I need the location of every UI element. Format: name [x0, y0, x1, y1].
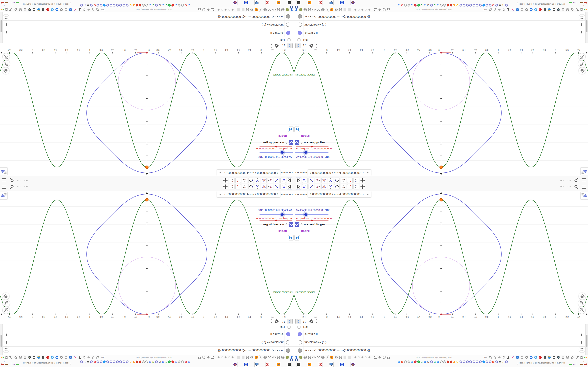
ghost-icon[interactable] [237, 8, 241, 12]
play-step-button[interactable] [294, 126, 300, 132]
collapse-button[interactable]: − [297, 325, 301, 329]
zoom-in-button[interactable] [578, 300, 585, 307]
shield-gray-icon[interactable] [24, 8, 26, 11]
firefox-tile[interactable] [276, 0, 281, 5]
reader-blue-icon[interactable]: A [516, 8, 519, 11]
favicon-W[interactable]: W [427, 4, 430, 7]
star-icon[interactable] [92, 356, 95, 359]
oval-icon[interactable] [520, 8, 524, 11]
favicon-ring[interactable] [485, 4, 488, 7]
wrench-icon[interactable] [259, 355, 263, 359]
tool-ellipse-tool[interactable] [248, 178, 254, 183]
favicon-ring[interactable] [473, 360, 475, 363]
search-icon[interactable] [574, 184, 579, 190]
arc-length-slider[interactable] [259, 152, 293, 153]
dropdown-caret-icon[interactable] [366, 172, 369, 173]
lock-icon[interactable] [387, 8, 390, 11]
globe-icon[interactable] [321, 8, 325, 12]
arrow-right-icon[interactable] [87, 8, 90, 11]
favicon-ring[interactable] [155, 360, 158, 363]
trash-icon[interactable] [42, 356, 45, 359]
favicon-ring[interactable] [466, 360, 469, 363]
visibility-marble[interactable] [286, 31, 290, 35]
algebra-row[interactable]: funcs = {1.000000000000 + cos(4.00000000… [294, 347, 588, 355]
redo-icon[interactable] [17, 177, 22, 183]
favicon-ring[interactable] [495, 360, 498, 363]
function-input-dropdown[interactable]: 1.000000000000 + cos(4.000000000000 x) [217, 170, 280, 176]
address-url[interactable]: https://www.geogebra.org/classic/aagcxh3… [136, 8, 172, 11]
ghost-icon[interactable] [343, 355, 347, 359]
star-icon[interactable] [493, 356, 496, 359]
ghost-icon[interactable] [347, 355, 351, 359]
fullscreen-button[interactable] [579, 14, 585, 20]
scrollbar-thumb[interactable] [586, 20, 588, 32]
function-input-dropdown[interactable]: 1.000000000000 + cos(4.000000000000 x) [308, 170, 371, 176]
favicon-G[interactable]: G [437, 360, 440, 363]
visibility-marble[interactable] [298, 349, 302, 353]
fx-button[interactable]: fx [280, 43, 286, 48]
chat-purple-tile[interactable]: @ [233, 362, 237, 367]
gauge-icon[interactable] [268, 8, 272, 12]
favicon-info[interactable]: i [142, 360, 145, 363]
gauge-icon[interactable] [312, 8, 316, 12]
favicon-G[interactable]: G [184, 4, 187, 7]
favicon-G[interactable]: G [437, 4, 440, 7]
favicon-blue[interactable] [482, 360, 485, 363]
favicon-f[interactable]: f [84, 4, 86, 7]
graphics-view[interactable]: -2.4-2.2-2-1.8-1.6-1.4-1.2-1-0.8-0.6-0.4… [294, 49, 588, 176]
translate-icon[interactable]: A文 [96, 356, 99, 359]
favicon-G[interactable]: G [420, 4, 423, 7]
tool-circle-tool[interactable] [328, 178, 333, 183]
arc-position-slider-knob[interactable] [311, 146, 313, 148]
dot-ringed-icon[interactable] [232, 8, 234, 11]
visibility-marble[interactable] [298, 23, 302, 27]
globe-color-icon[interactable] [548, 8, 551, 11]
tool-polygon-tool[interactable] [261, 184, 267, 189]
tool-point-tool[interactable]: A [302, 184, 308, 189]
globe-color-icon[interactable] [37, 356, 40, 359]
tool-reflect-tool[interactable] [347, 178, 353, 183]
floppy-tile[interactable]: 64 [244, 0, 248, 5]
monitor-tile[interactable] [254, 0, 259, 5]
zoom-out-button[interactable] [578, 307, 585, 314]
tool-slider-tool[interactable]: a = 2 [354, 178, 359, 183]
algebra-row[interactable]: funcs = {1.000000000000 + cos(4.00000000… [0, 347, 294, 355]
tool-line-tool[interactable] [274, 184, 279, 189]
terminal-tile[interactable]: >_ [296, 0, 301, 5]
tool-slider-tool[interactable]: a = 2 [354, 184, 359, 189]
tool-line-tool[interactable] [309, 178, 314, 183]
favicon-dot-red[interactable] [139, 360, 142, 363]
floppy-tile[interactable]: 64 [340, 0, 344, 5]
favicon-info[interactable]: i [443, 360, 446, 363]
download-icon[interactable] [78, 356, 81, 359]
globe-icon[interactable] [321, 355, 325, 359]
favicon-ya[interactable]: R [171, 4, 174, 7]
favicon-G[interactable]: G [456, 360, 459, 363]
firefox-icon[interactable] [330, 355, 334, 359]
wrench-icon[interactable] [325, 355, 329, 359]
favicon-ya[interactable]: R [414, 4, 417, 7]
home-button[interactable] [579, 293, 586, 300]
favicon-G[interactable]: G [401, 360, 404, 363]
favicon-info[interactable]: i [142, 4, 145, 7]
terminal-tile[interactable]: >_ [296, 362, 301, 367]
stylebar-kebab-icon[interactable] [270, 319, 273, 323]
floppy-tile[interactable]: 64 [340, 362, 344, 367]
globe-color-icon[interactable] [37, 8, 40, 11]
stylebar-kebab-icon[interactable] [270, 44, 273, 48]
favicon-G[interactable]: G [492, 4, 495, 7]
tool-polygon-tool[interactable] [261, 178, 267, 183]
favicon-dot-red[interactable] [135, 360, 138, 363]
firefox-icon[interactable] [254, 355, 258, 359]
favicon-dot-red[interactable] [135, 4, 138, 7]
gauge-icon[interactable] [317, 355, 320, 359]
arrow-right-icon[interactable] [87, 356, 90, 359]
favicon-ring[interactable] [110, 360, 112, 363]
favicon-globe[interactable] [145, 4, 148, 7]
plus-blue-icon[interactable] [55, 356, 59, 359]
favicon-G[interactable]: G [424, 360, 426, 363]
arrow-left-icon[interactable] [378, 8, 381, 11]
favicon-tri[interactable] [132, 4, 135, 7]
plus-blue-icon[interactable] [529, 356, 533, 359]
gear-red-tile[interactable] [318, 0, 323, 5]
